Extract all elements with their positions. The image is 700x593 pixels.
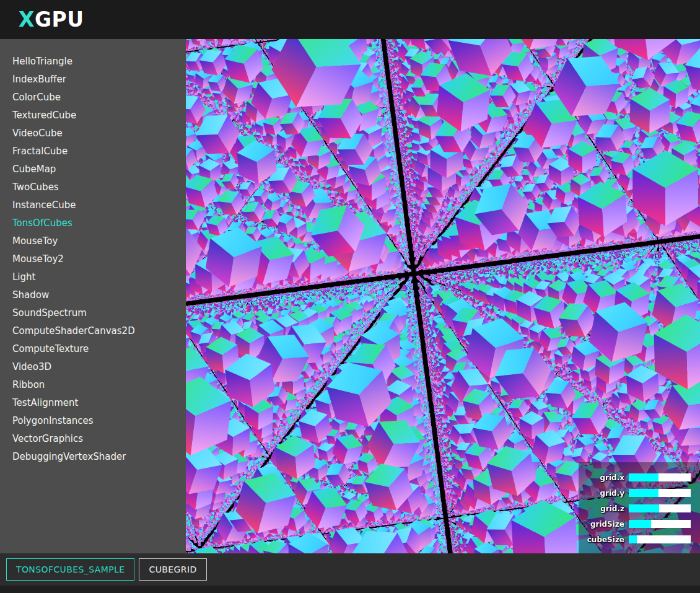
sidebar-item-fractalcube[interactable]: FractalCube — [12, 143, 186, 160]
slider-label-grid.z: grid.z — [600, 504, 624, 513]
slider-track-grid.x[interactable] — [629, 473, 691, 481]
sidebar-item-tonsofcubes[interactable]: TonsOfCubes — [12, 214, 186, 232]
slider-track-gridSize[interactable] — [629, 520, 691, 528]
sidebar-item-debuggingvertexshader[interactable]: DebuggingVertexShader — [12, 448, 186, 466]
app-root: XGPU HelloTriangleIndexBufferColorCubeTe… — [0, 0, 700, 593]
sidebar-item-video3d[interactable]: Video3D — [12, 358, 186, 376]
bottom-strip — [0, 586, 700, 593]
cubegrid-button[interactable]: CUBEGRID — [139, 558, 206, 581]
slider-track-cubeSize[interactable] — [629, 535, 691, 543]
app-logo[interactable]: XGPU — [19, 7, 84, 32]
slider-fill-grid.z — [629, 504, 659, 512]
sidebar-item-instancecube[interactable]: InstanceCube — [12, 196, 186, 214]
slider-label-cubeSize: cubeSize — [587, 535, 624, 544]
sidebar-item-ribbon[interactable]: Ribbon — [12, 376, 186, 394]
sidebar-item-mousetoy2[interactable]: MouseToy2 — [12, 250, 186, 268]
sidebar-item-colorcube[interactable]: ColorCube — [12, 89, 186, 107]
slider-row-cubeSize: cubeSize — [579, 535, 700, 543]
tonsofcubes-sample-button[interactable]: TONSOFCUBES_SAMPLE — [6, 558, 134, 581]
slider-fill-grid.y — [629, 489, 658, 497]
sample-list: HelloTriangleIndexBufferColorCubeTexture… — [12, 53, 186, 466]
sidebar-item-polygoninstances[interactable]: PolygonInstances — [12, 412, 186, 430]
sidebar-item-vectorgraphics[interactable]: VectorGraphics — [12, 430, 186, 448]
sidebar-item-videocube[interactable]: VideoCube — [12, 125, 186, 143]
slider-label-grid.y: grid.y — [600, 489, 624, 498]
logo-accent-letter: X — [19, 7, 35, 32]
slider-track-grid.z[interactable] — [629, 504, 691, 512]
slider-row-grid.z: grid.z — [579, 504, 700, 512]
sidebar-item-twocubes[interactable]: TwoCubes — [12, 178, 186, 196]
header: XGPU — [0, 0, 700, 39]
slider-label-gridSize: gridSize — [590, 520, 624, 529]
footer-buttons: TONSOFCUBES_SAMPLECUBEGRID — [6, 558, 207, 581]
slider-label-grid.x: grid.x — [600, 473, 624, 482]
slider-row-grid.y: grid.y — [579, 489, 700, 497]
slider-fill-gridSize — [629, 520, 651, 528]
slider-fill-cubeSize — [629, 535, 637, 543]
sidebar-item-soundspectrum[interactable]: SoundSpectrum — [12, 304, 186, 322]
sidebar-item-indexbuffer[interactable]: IndexBuffer — [12, 71, 186, 89]
logo-rest: GPU — [35, 7, 84, 32]
controls-panel: grid.xgrid.ygrid.zgridSizecubeSize — [579, 462, 700, 553]
slider-row-gridSize: gridSize — [579, 520, 700, 528]
footer-toolbar: TONSOFCUBES_SAMPLECUBEGRID — [0, 553, 700, 586]
sidebar-item-cubemap[interactable]: CubeMap — [12, 160, 186, 178]
sidebar-item-shadow[interactable]: Shadow — [12, 286, 186, 304]
slider-row-grid.x: grid.x — [579, 473, 700, 481]
sidebar-item-computetexture[interactable]: ComputeTexture — [12, 340, 186, 358]
sidebar-item-hellotriangle[interactable]: HelloTriangle — [12, 53, 186, 71]
sidebar-item-testalignment[interactable]: TestAlignment — [12, 394, 186, 412]
sidebar-item-light[interactable]: Light — [12, 268, 186, 286]
sidebar-item-mousetoy[interactable]: MouseToy — [12, 232, 186, 250]
canvas-stage: grid.xgrid.ygrid.zgridSizecubeSize — [186, 39, 700, 553]
sidebar-item-texturedcube[interactable]: TexturedCube — [12, 107, 186, 125]
slider-fill-grid.x — [629, 473, 658, 481]
slider-track-grid.y[interactable] — [629, 489, 691, 497]
sidebar: HelloTriangleIndexBufferColorCubeTexture… — [0, 39, 186, 553]
sidebar-item-computeshadercanvas2d[interactable]: ComputeShaderCanvas2D — [12, 322, 186, 340]
main-area: HelloTriangleIndexBufferColorCubeTexture… — [0, 39, 700, 553]
